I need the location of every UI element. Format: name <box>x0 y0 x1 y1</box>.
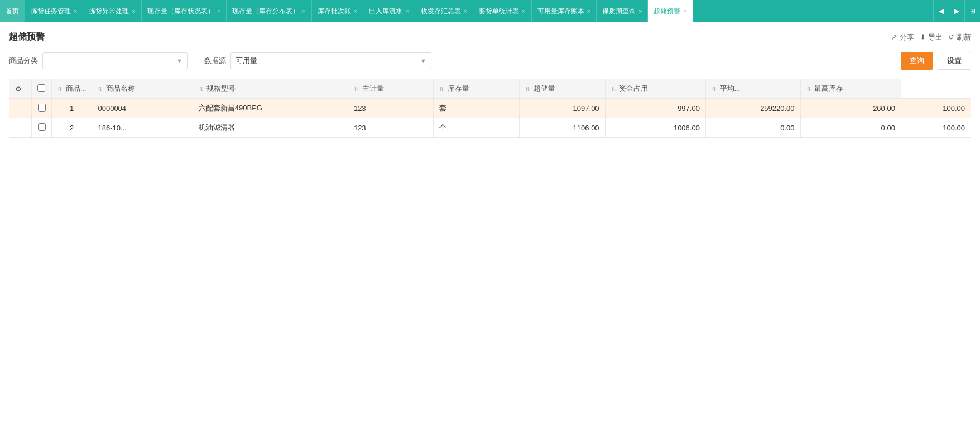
table-header-row: ⚙ ⇅ 商品... ⇅ 商品名称 ⇅ 规格型号 ⇅ <box>9 79 971 99</box>
nav-tab-batch-close[interactable]: × <box>354 8 357 14</box>
nav-left-arrow[interactable]: ◀ <box>933 0 949 22</box>
row-overstock: 997.00 <box>605 99 705 118</box>
nav-tab-overstock-label: 超储预警 <box>654 7 680 16</box>
share-label: 分享 <box>900 32 914 42</box>
nav-tab-task-mgmt[interactable]: 拣货任务管理 × <box>25 0 83 22</box>
nav-tab-inv-status-close[interactable]: × <box>217 8 220 14</box>
row-stock: 1106.00 <box>520 118 606 138</box>
row-number: 2 <box>52 118 92 138</box>
col-header-spec[interactable]: ⇅ 规格型号 <box>193 79 348 99</box>
nav-tab-avail-close[interactable]: × <box>587 8 590 14</box>
nav-tab-overstock[interactable]: 超储预警 × <box>648 0 693 22</box>
share-button[interactable]: ↗ 分享 <box>891 32 914 42</box>
gear-icon[interactable]: ⚙ <box>15 85 22 93</box>
nav-tab-collect[interactable]: 收发存汇总表 × <box>415 0 473 22</box>
nav-tab-shelf-label: 保质期查询 <box>602 7 636 16</box>
category-chevron-icon: ▼ <box>176 57 182 64</box>
datasource-select[interactable]: 可用量 ▼ <box>230 52 431 69</box>
nav-tab-home-label: 首页 <box>6 7 19 16</box>
nav-tab-task-close[interactable]: × <box>74 8 77 14</box>
nav-tab-abnormal-close[interactable]: × <box>132 8 135 14</box>
row-checkbox-0[interactable] <box>38 104 46 112</box>
datasource-select-value: 可用量 <box>236 56 257 66</box>
refresh-label: 刷新 <box>957 32 971 42</box>
nav-tab-shelf-close[interactable]: × <box>638 8 642 14</box>
nav-tab-inv-dist-close[interactable]: × <box>302 8 305 14</box>
nav-tab-order-stat[interactable]: 要货单统计表 × <box>473 0 531 22</box>
row-name: 机油滤清器 <box>193 118 348 138</box>
query-button[interactable]: 查询 <box>901 52 933 70</box>
select-all-checkbox[interactable] <box>37 84 45 92</box>
export-button[interactable]: ⬇ 导出 <box>920 32 943 42</box>
col-header-code[interactable]: ⇅ 商品... <box>52 79 92 99</box>
sort-icon-name: ⇅ <box>98 86 102 92</box>
settings-button[interactable]: 设置 <box>938 52 971 70</box>
sort-icon-code: ⇅ <box>57 86 62 92</box>
col-header-max-stock[interactable]: ⇅ 最高库存 <box>800 79 901 99</box>
share-icon: ↗ <box>891 33 897 41</box>
table-row: 1 0000004 六配套新昌490BPG 123 套 1097.00 997.… <box>9 99 971 118</box>
nav-tab-inventory-status[interactable]: 现存量（库存状况表） × <box>142 0 227 22</box>
nav-tab-shelf-life[interactable]: 保质期查询 × <box>597 0 648 22</box>
row-capital: 259220.00 <box>705 99 800 118</box>
nav-tab-available[interactable]: 可用量库存账本 × <box>532 0 597 22</box>
col-header-avg[interactable]: ⇅ 平均... <box>705 79 800 99</box>
row-capital: 0.00 <box>705 118 800 138</box>
row-max-stock: 100.00 <box>901 99 971 118</box>
col-header-stock[interactable]: ⇅ 库存量 <box>434 79 520 99</box>
nav-tab-task-label: 拣货任务管理 <box>31 7 71 16</box>
nav-expand-btn[interactable]: ⊞ <box>964 0 980 22</box>
row-settings-cell <box>9 118 32 138</box>
sort-icon-unit: ⇅ <box>354 86 358 92</box>
nav-right-arrow[interactable]: ▶ <box>949 0 964 22</box>
sort-icon-overstock: ⇅ <box>525 86 530 92</box>
row-spec: 123 <box>348 118 434 138</box>
export-label: 导出 <box>928 32 943 42</box>
row-spec: 123 <box>348 99 434 118</box>
header-actions: ↗ 分享 ⬇ 导出 ↺ 刷新 <box>891 32 971 42</box>
refresh-button[interactable]: ↺ 刷新 <box>948 32 971 42</box>
nav-tab-inv-status-label: 现存量（库存状况表） <box>147 7 214 16</box>
col-header-unit[interactable]: ⇅ 主计量 <box>348 79 434 99</box>
category-filter-group: 商品分类 ▼ <box>9 52 188 69</box>
col-header-capital[interactable]: ⇅ 资金占用 <box>605 79 705 99</box>
col-header-overstock[interactable]: ⇅ 超储量 <box>520 79 606 99</box>
table-row: 2 186-10... 机油滤清器 123 个 1106.00 1006.00 … <box>9 118 971 138</box>
export-icon: ⬇ <box>920 33 926 41</box>
nav-tab-abnormal-label: 拣货异常处理 <box>89 7 129 16</box>
nav-tab-inventory-dist[interactable]: 现存量（库存分布表） × <box>227 0 311 22</box>
nav-tab-overstock-close[interactable]: × <box>683 8 686 14</box>
row-number: 1 <box>52 99 92 118</box>
sort-icon-max-stock: ⇅ <box>806 86 811 92</box>
row-checkbox-cell[interactable] <box>32 118 52 138</box>
category-select[interactable]: ▼ <box>42 52 188 69</box>
filter-actions: 查询 设置 <box>901 52 971 70</box>
nav-tab-flow-close[interactable]: × <box>405 8 409 14</box>
nav-tab-home[interactable]: 首页 <box>0 0 25 22</box>
col-header-checkbox[interactable] <box>32 79 52 99</box>
col-header-name[interactable]: ⇅ 商品名称 <box>92 79 193 99</box>
row-avg: 260.00 <box>800 99 901 118</box>
row-code: 0000004 <box>92 99 193 118</box>
row-stock: 1097.00 <box>520 99 606 118</box>
category-label: 商品分类 <box>9 56 38 66</box>
row-unit: 套 <box>434 99 520 118</box>
nav-tab-inout-flow[interactable]: 出入库流水 × <box>363 0 415 22</box>
sort-icon-stock: ⇅ <box>439 86 444 92</box>
nav-tab-collect-close[interactable]: × <box>464 8 467 14</box>
row-max-stock: 100.00 <box>901 118 971 138</box>
nav-tab-batch-label: 库存批次账 <box>318 7 351 16</box>
row-overstock: 1006.00 <box>605 118 705 138</box>
top-nav: 首页 拣货任务管理 × 拣货异常处理 × 现存量（库存状况表） × 现存量（库存… <box>0 0 980 22</box>
nav-tab-order-close[interactable]: × <box>522 8 525 14</box>
nav-tab-abnormal[interactable]: 拣货异常处理 × <box>83 0 141 22</box>
sort-icon-avg: ⇅ <box>712 86 716 92</box>
nav-tab-flow-label: 出入库流水 <box>369 7 402 16</box>
data-table: ⚙ ⇅ 商品... ⇅ 商品名称 ⇅ 规格型号 ⇅ <box>9 79 971 138</box>
row-name: 六配套新昌490BPG <box>193 99 348 118</box>
row-checkbox-cell[interactable] <box>32 99 52 118</box>
nav-tab-batch[interactable]: 库存批次账 × <box>312 0 363 22</box>
row-checkbox-1[interactable] <box>38 123 46 131</box>
col-header-settings: ⚙ <box>9 79 32 99</box>
nav-arrows: ◀ ▶ ⊞ <box>933 0 980 22</box>
